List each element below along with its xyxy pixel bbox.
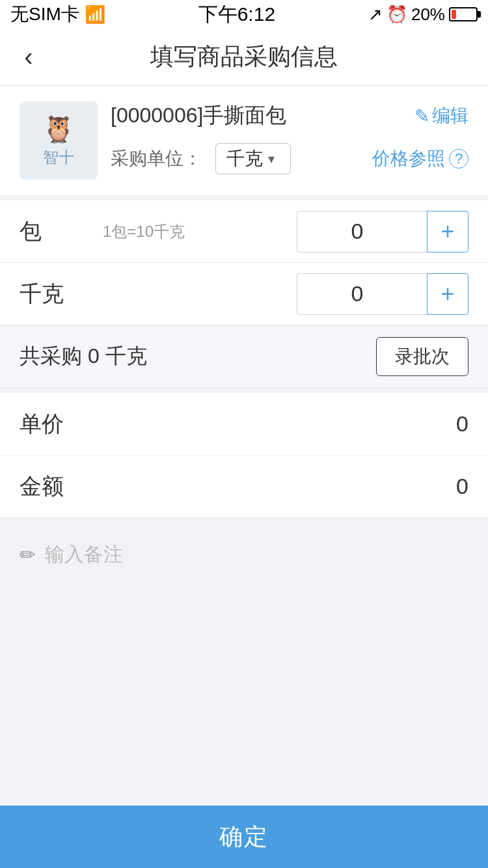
product-name: [0000006]手撕面包 [111, 102, 286, 130]
amount-row: 金额 0 [0, 455, 488, 518]
quantity-row-kg: 千克 + [0, 263, 488, 325]
unit-price-label: 单价 [20, 409, 456, 439]
location-icon: ↗ [368, 5, 383, 25]
unit-label-wrap: 采购单位： 千克 ▾ [111, 143, 291, 174]
unit-label: 采购单位： [111, 148, 202, 169]
product-owl-icon: 🦉 [42, 114, 75, 144]
product-image-label: 智十 [43, 147, 74, 168]
product-name-row: [0000006]手撕面包 ✎ 编辑 [111, 102, 468, 130]
product-image: 🦉 智十 [20, 102, 98, 180]
status-right: ↗ ⏰ 20% [368, 5, 478, 25]
status-bar: 无SIM卡 📶 下午6:12 ↗ ⏰ 20% [0, 0, 488, 29]
quantity-row-bao: 包 1包=10千克 + [0, 200, 488, 263]
price-ref-button[interactable]: 价格参照 ? [372, 146, 468, 171]
content-spacer [0, 586, 488, 781]
quantity-section: 包 1包=10千克 + 千克 + [0, 200, 488, 325]
unit-price-value: 0 [456, 411, 468, 437]
unit-select-dropdown[interactable]: 千克 ▾ [215, 143, 291, 174]
unit-price-row: 单价 0 [0, 393, 488, 455]
dropdown-arrow-icon: ▾ [268, 151, 275, 167]
quantity-input-kg[interactable] [297, 273, 427, 315]
quantity-input-wrap-bao: + [297, 211, 468, 252]
remark-section[interactable]: ✏ 输入备注 [0, 523, 488, 586]
confirm-button[interactable]: 确定 [0, 806, 488, 868]
quantity-label-bao: 包 [20, 217, 98, 247]
battery-fill [452, 10, 456, 19]
summary-text: 共采购 0 千克 [20, 342, 376, 371]
record-batch-button[interactable]: 录批次 [376, 337, 468, 376]
edit-button[interactable]: ✎ 编辑 [414, 103, 468, 128]
quantity-input-wrap-kg: + [297, 273, 468, 315]
battery-icon [449, 7, 478, 21]
page-title: 填写商品采购信息 [150, 41, 338, 73]
confirm-button-label: 确定 [219, 821, 269, 853]
status-left: 无SIM卡 📶 [10, 2, 105, 27]
battery-percentage: 20% [411, 5, 445, 25]
alarm-icon: ⏰ [386, 5, 407, 25]
quantity-sublabel-bao: 1包=10千克 [103, 221, 297, 242]
unit-select-value: 千克 [226, 146, 263, 171]
quantity-label-kg: 千克 [20, 279, 98, 309]
quantity-input-bao[interactable] [297, 211, 427, 252]
edit-label: 编辑 [432, 103, 468, 128]
back-button[interactable]: ‹ [0, 29, 57, 86]
remark-placeholder: 输入备注 [45, 541, 123, 568]
product-info: [0000006]手撕面包 ✎ 编辑 采购单位： 千克 ▾ 价格参照 ? [111, 102, 468, 174]
price-section: 单价 0 金额 0 [0, 393, 488, 518]
price-ref-help-icon: ? [449, 149, 468, 169]
price-ref-label: 价格参照 [372, 146, 445, 171]
carrier-text: 无SIM卡 [10, 2, 79, 27]
summary-row: 共采购 0 千克 录批次 [0, 325, 488, 388]
quantity-plus-kg[interactable]: + [427, 273, 468, 315]
product-card: 🦉 智十 [0000006]手撕面包 ✎ 编辑 采购单位： 千克 ▾ 价格参照 … [0, 86, 488, 200]
amount-value: 0 [456, 474, 468, 499]
quantity-plus-bao[interactable]: + [427, 211, 468, 252]
status-time: 下午6:12 [198, 1, 275, 28]
pencil-icon: ✏ [20, 543, 36, 566]
purchase-unit-row: 采购单位： 千克 ▾ 价格参照 ? [111, 143, 468, 174]
nav-bar: ‹ 填写商品采购信息 [0, 29, 488, 86]
edit-icon: ✎ [414, 105, 429, 127]
wifi-icon: 📶 [85, 5, 105, 25]
amount-label: 金额 [20, 472, 456, 502]
